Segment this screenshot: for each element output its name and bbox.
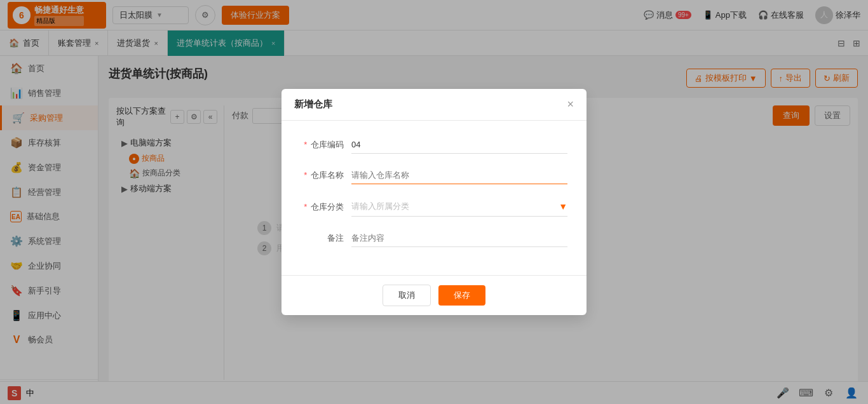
form-row-note: 备注 — [301, 229, 567, 247]
form-label-code: * 仓库编码 — [301, 139, 351, 151]
warehouse-category-select[interactable]: 请输入所属分类 ▼ — [351, 197, 567, 217]
modal-title: 新增仓库 — [294, 98, 332, 111]
note-label-text: 备注 — [327, 233, 344, 243]
category-placeholder: 请输入所属分类 — [351, 201, 409, 212]
required-mark-category: * — [304, 202, 307, 212]
warehouse-code-input[interactable] — [351, 136, 567, 154]
form-label-note: 备注 — [301, 232, 351, 244]
required-mark-name: * — [304, 170, 307, 180]
modal-new-warehouse: 新增仓库 × * 仓库编码 * 仓库名称 — [281, 89, 587, 315]
modal-header: 新增仓库 × — [281, 89, 587, 121]
form-row-category: * 仓库分类 请输入所属分类 ▼ — [301, 197, 567, 217]
code-label-text: 仓库编码 — [311, 140, 344, 149]
save-button[interactable]: 保存 — [438, 285, 485, 306]
cancel-button[interactable]: 取消 — [383, 285, 431, 306]
required-mark-code: * — [304, 140, 307, 149]
warehouse-name-input[interactable] — [351, 166, 567, 184]
modal-body: * 仓库编码 * 仓库名称 * 仓库分类 请输入 — [281, 121, 587, 275]
form-row-code: * 仓库编码 — [301, 136, 567, 154]
category-label-text: 仓库分类 — [311, 202, 344, 212]
form-label-name: * 仓库名称 — [301, 170, 351, 181]
modal-overlay[interactable]: 新增仓库 × * 仓库编码 * 仓库名称 — [0, 0, 868, 404]
name-label-text: 仓库名称 — [311, 170, 344, 180]
warehouse-note-input[interactable] — [351, 229, 567, 247]
category-arrow-icon: ▼ — [559, 201, 567, 212]
modal-footer: 取消 保存 — [281, 275, 587, 315]
modal-close-button[interactable]: × — [567, 98, 574, 111]
form-row-name: * 仓库名称 — [301, 166, 567, 184]
form-label-category: * 仓库分类 — [301, 201, 351, 213]
